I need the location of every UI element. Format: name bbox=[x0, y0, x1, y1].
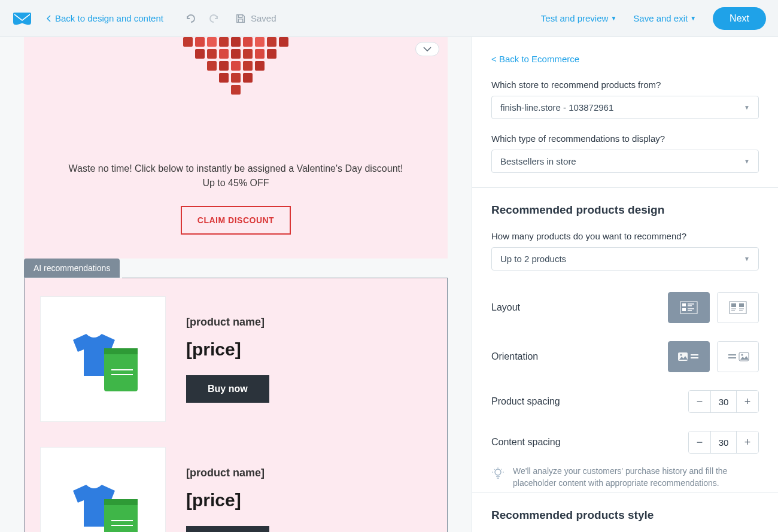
product-info: [product name] [price] Buy now bbox=[186, 316, 431, 403]
orientation-label: Orientation bbox=[491, 351, 538, 362]
count-label: How many products do you want to recomme… bbox=[491, 231, 759, 241]
product-placeholder-icon bbox=[61, 474, 145, 532]
ai-recommendations-block[interactable]: AI recommendations [product name] bbox=[24, 278, 448, 532]
product-info: [product name] [price] Buy now bbox=[186, 467, 431, 533]
product-name: [product name] bbox=[186, 316, 431, 329]
promo-line2: Up to 45% OFF bbox=[48, 176, 424, 190]
saved-label: Saved bbox=[251, 13, 276, 23]
layout-row: Layout bbox=[491, 292, 759, 323]
svg-line-36 bbox=[494, 469, 495, 470]
decrement-button[interactable]: − bbox=[689, 391, 710, 412]
layout-list-icon bbox=[680, 301, 698, 314]
main: Waste no time! Click below to instantly … bbox=[0, 37, 778, 532]
promo-line1: Waste no time! Click below to instantly … bbox=[48, 162, 424, 176]
svg-point-30 bbox=[495, 469, 501, 475]
hint-text: We'll analyze your customers' purchase h… bbox=[513, 466, 759, 489]
orientation-row: Orientation bbox=[491, 341, 759, 372]
heart-graphic bbox=[176, 37, 296, 121]
product-row: [product name] [price] Buy now bbox=[40, 296, 431, 422]
svg-point-29 bbox=[741, 354, 743, 355]
layout-toggle-group bbox=[668, 292, 759, 323]
rec-type-label: Which type of recommendations to display… bbox=[491, 133, 759, 144]
test-preview-dropdown[interactable]: Test and preview ▼ bbox=[541, 13, 616, 23]
product-spacing-label: Product spacing bbox=[491, 396, 560, 407]
decrement-button[interactable]: − bbox=[689, 431, 710, 453]
caret-down-icon: ▼ bbox=[744, 256, 750, 262]
svg-line-37 bbox=[501, 469, 502, 470]
saved-status: Saved bbox=[235, 13, 276, 24]
collapse-button[interactable] bbox=[415, 42, 439, 56]
save-exit-label: Save and exit bbox=[633, 13, 688, 23]
email-preview: Waste no time! Click below to instantly … bbox=[24, 37, 448, 532]
svg-rect-16 bbox=[731, 303, 736, 307]
product-placeholder-icon bbox=[61, 323, 145, 395]
toolbar-icons: Saved bbox=[185, 13, 276, 25]
design-section-title: Recommended products design bbox=[491, 203, 759, 217]
email-hero bbox=[24, 37, 448, 144]
redo-icon[interactable] bbox=[208, 13, 220, 25]
product-price: [price] bbox=[186, 339, 431, 360]
canvas: Waste no time! Click below to instantly … bbox=[0, 37, 472, 532]
increment-button[interactable]: + bbox=[737, 431, 758, 453]
test-preview-label: Test and preview bbox=[541, 13, 609, 23]
orientation-left-button[interactable] bbox=[668, 341, 710, 372]
product-spacing-input[interactable] bbox=[710, 391, 737, 412]
svg-rect-17 bbox=[739, 303, 744, 307]
orientation-right-button[interactable] bbox=[717, 341, 759, 372]
brand-logo bbox=[12, 11, 32, 26]
svg-point-23 bbox=[680, 354, 682, 355]
buy-now-button[interactable]: Buy now bbox=[186, 526, 269, 533]
save-exit-dropdown[interactable]: Save and exit ▼ bbox=[633, 13, 696, 23]
rec-type-select-value: Bestsellers in store bbox=[500, 156, 576, 166]
product-image-placeholder bbox=[40, 296, 166, 422]
save-icon bbox=[235, 13, 246, 24]
settings-panel: < Back to Ecommerce Which store to recom… bbox=[472, 37, 778, 532]
content-spacing-stepper: − + bbox=[688, 431, 759, 454]
product-image-placeholder bbox=[40, 447, 166, 532]
layout-grid-button[interactable] bbox=[717, 292, 759, 323]
product-spacing-row: Product spacing − + bbox=[491, 390, 759, 413]
undo-icon[interactable] bbox=[185, 13, 197, 25]
caret-down-icon: ▼ bbox=[690, 15, 696, 22]
image-left-icon bbox=[677, 350, 701, 363]
orientation-toggle-group bbox=[668, 341, 759, 372]
content-spacing-input[interactable] bbox=[710, 431, 737, 453]
count-select[interactable]: Up to 2 products ▼ bbox=[491, 247, 759, 270]
count-select-value: Up to 2 products bbox=[500, 254, 566, 264]
topbar: Back to design and content Saved Test an… bbox=[0, 0, 778, 37]
rec-type-select[interactable]: Bestsellers in store ▼ bbox=[491, 150, 759, 173]
caret-down-icon: ▼ bbox=[744, 104, 750, 111]
product-row: [product name] [price] Buy now bbox=[40, 447, 431, 532]
claim-discount-button[interactable]: CLAIM DISCOUNT bbox=[181, 206, 291, 235]
svg-rect-5 bbox=[104, 499, 138, 505]
image-right-icon bbox=[726, 350, 750, 363]
layout-grid-icon bbox=[729, 301, 747, 314]
increment-button[interactable]: + bbox=[737, 391, 758, 412]
store-select-value: finish-line.store - 103872961 bbox=[500, 102, 613, 113]
content-spacing-label: Content spacing bbox=[491, 437, 561, 448]
store-select[interactable]: finish-line.store - 103872961 ▼ bbox=[491, 96, 759, 119]
layout-list-button[interactable] bbox=[668, 292, 710, 323]
back-to-ecommerce-link[interactable]: < Back to Ecommerce bbox=[491, 54, 579, 64]
next-button[interactable]: Next bbox=[713, 7, 766, 30]
lightbulb-icon bbox=[491, 467, 505, 480]
back-link-label: Back to design and content bbox=[55, 13, 163, 23]
store-label: Which store to recommend products from? bbox=[491, 80, 759, 90]
product-price: [price] bbox=[186, 490, 431, 510]
caret-down-icon: ▼ bbox=[744, 158, 750, 165]
ai-recommendations-tab: AI recommendations bbox=[24, 259, 120, 278]
back-to-design-link[interactable]: Back to design and content bbox=[47, 13, 163, 23]
svg-rect-12 bbox=[682, 308, 686, 311]
caret-down-icon: ▼ bbox=[610, 15, 616, 22]
hint-row: We'll analyze your customers' purchase h… bbox=[491, 466, 759, 489]
product-spacing-stepper: − + bbox=[688, 390, 759, 413]
buy-now-button[interactable]: Buy now bbox=[186, 375, 269, 403]
chevron-down-icon bbox=[423, 47, 431, 51]
style-section-title: Recommended products style bbox=[491, 509, 759, 522]
svg-rect-1 bbox=[104, 348, 138, 354]
email-promo: Waste no time! Click below to instantly … bbox=[24, 144, 448, 259]
layout-label: Layout bbox=[491, 302, 520, 313]
product-name: [product name] bbox=[186, 467, 431, 479]
chevron-left-icon bbox=[47, 15, 51, 22]
svg-rect-9 bbox=[682, 303, 686, 306]
